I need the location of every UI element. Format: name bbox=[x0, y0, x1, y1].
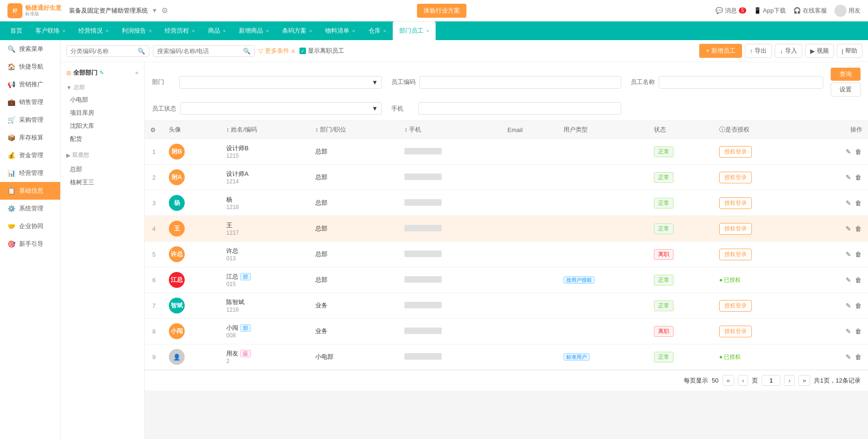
sidebar-item-system[interactable]: ⚙️系统管理 bbox=[0, 200, 60, 217]
tab-customer[interactable]: 客户联络 × bbox=[29, 21, 72, 40]
delete-button[interactable]: 🗑 bbox=[855, 251, 861, 258]
sidebar-item-collab[interactable]: 🤝企业协同 bbox=[0, 217, 60, 235]
edit-button[interactable]: ✎ bbox=[846, 174, 851, 181]
delete-button[interactable]: 🗑 bbox=[855, 302, 861, 309]
edit-button[interactable]: ✎ bbox=[846, 251, 851, 258]
sidebar-item-guide[interactable]: 🎯新手引导 bbox=[0, 235, 60, 253]
dept-item-zongbu[interactable]: 总部 bbox=[61, 163, 144, 176]
last-page-button[interactable]: » bbox=[799, 375, 810, 386]
close-icon[interactable]: × bbox=[192, 21, 194, 40]
sidebar-item-nav[interactable]: 🏠快捷导航 bbox=[0, 58, 60, 76]
dept-item-xiaodian[interactable]: 小电部 bbox=[61, 93, 144, 106]
close-icon-active[interactable]: × bbox=[426, 21, 429, 40]
import-button[interactable]: ↓ 导入 bbox=[775, 44, 802, 58]
delete-button[interactable]: 🗑 bbox=[855, 353, 861, 361]
help-button[interactable]: | 帮助 bbox=[837, 44, 862, 58]
sidebar-item-marketing[interactable]: 📢营销推广 bbox=[0, 76, 60, 93]
empname-filter-input[interactable] bbox=[659, 76, 823, 89]
tab-bom[interactable]: 物料清单 × bbox=[319, 21, 361, 40]
delete-button[interactable]: 🗑 bbox=[855, 276, 861, 284]
prev-page-button[interactable]: ‹ bbox=[738, 375, 748, 386]
edit-button[interactable]: ✎ bbox=[846, 148, 851, 155]
auth-button[interactable]: 授权登录 bbox=[719, 249, 752, 260]
app-download-item[interactable]: 📱 App下载 bbox=[754, 7, 786, 15]
tab-operations[interactable]: 经营情况 × bbox=[72, 21, 115, 40]
edit-button[interactable]: ✎ bbox=[846, 199, 851, 207]
close-icon[interactable]: × bbox=[383, 21, 386, 40]
phone-filter-input[interactable] bbox=[418, 102, 621, 115]
status-filter-select[interactable]: ▼ bbox=[180, 102, 382, 115]
delete-button[interactable]: 🗑 bbox=[855, 174, 861, 181]
sidebar-item-search[interactable]: 🔍搜索菜单 bbox=[0, 40, 60, 58]
delete-button[interactable]: 🗑 bbox=[855, 225, 861, 232]
more-filter-btn[interactable]: ▽ 更多条件 ∧ bbox=[258, 47, 296, 55]
dept-shuanglu-label[interactable]: ▶ 双鹿想 bbox=[61, 149, 144, 161]
edit-button[interactable]: ✎ bbox=[846, 353, 851, 361]
employee-search-input[interactable] bbox=[157, 48, 241, 55]
sidebar-item-sales[interactable]: 💼销售管理 bbox=[0, 93, 60, 111]
sidebar-item-basic[interactable]: 📋基础信息 bbox=[0, 182, 60, 200]
dept-item-zhishu[interactable]: 植树王三 bbox=[61, 176, 144, 189]
auth-button[interactable]: 授权登录 bbox=[719, 326, 752, 337]
dept-item-project[interactable]: 项目库房 bbox=[61, 106, 144, 119]
tab-profit[interactable]: 利润报告 × bbox=[115, 21, 158, 40]
search-button[interactable]: 查询 bbox=[831, 68, 861, 81]
close-icon[interactable]: × bbox=[352, 21, 355, 40]
col-dept[interactable]: ↕ 部门/职位 bbox=[310, 121, 399, 139]
edit-button[interactable]: ✎ bbox=[846, 276, 851, 284]
dropdown-icon[interactable]: ▼ bbox=[152, 7, 158, 14]
auth-button[interactable]: 授权登录 bbox=[719, 197, 752, 209]
dept-item-shenyang[interactable]: 沈阳大库 bbox=[61, 119, 144, 132]
online-service-item[interactable]: 🎧 在线客服 bbox=[793, 7, 827, 15]
tab-home[interactable]: 首页 bbox=[4, 21, 29, 40]
edit-button[interactable]: ✎ bbox=[846, 225, 851, 232]
sidebar-item-operation[interactable]: 📊经营管理 bbox=[0, 164, 60, 182]
close-icon[interactable]: × bbox=[149, 21, 152, 40]
sidebar-item-finance[interactable]: 💰资金管理 bbox=[0, 146, 60, 164]
col-phone[interactable]: ↕ 手机 bbox=[399, 121, 502, 139]
auth-button[interactable]: 授权登录 bbox=[719, 146, 752, 158]
delete-button[interactable]: 🗑 bbox=[855, 328, 861, 335]
message-item[interactable]: 💬 消息 5 bbox=[715, 7, 746, 15]
search-box[interactable]: 🔍 bbox=[66, 45, 149, 57]
user-item[interactable]: 用友 bbox=[834, 5, 861, 17]
edit-button[interactable]: ✎ bbox=[846, 328, 851, 335]
trial-button[interactable]: 体验行业方案 bbox=[417, 4, 466, 18]
collapse-icon[interactable]: « bbox=[135, 70, 139, 76]
close-icon[interactable]: × bbox=[309, 21, 312, 40]
all-dept-label[interactable]: 全部部门 bbox=[73, 69, 97, 77]
close-icon[interactable]: × bbox=[223, 21, 226, 40]
close-icon[interactable]: × bbox=[105, 21, 108, 40]
employee-search-box[interactable]: 🔍 bbox=[153, 45, 255, 57]
close-icon[interactable]: × bbox=[62, 21, 65, 40]
set-button[interactable]: 设置 bbox=[831, 83, 861, 97]
tab-department[interactable]: 部门员工 × bbox=[393, 21, 436, 40]
edit-dept-icon[interactable]: ✎ bbox=[99, 70, 104, 76]
sidebar-item-purchase[interactable]: 🛒采购管理 bbox=[0, 111, 60, 129]
col-name[interactable]: ↕ 姓名/编码 bbox=[221, 121, 310, 139]
video-button[interactable]: ▶ 视频 bbox=[805, 44, 834, 58]
close-icon[interactable]: × bbox=[266, 21, 269, 40]
delete-button[interactable]: 🗑 bbox=[855, 199, 861, 207]
tab-new-goods[interactable]: 新增商品 × bbox=[232, 21, 275, 40]
tab-barcode[interactable]: 条码方案 × bbox=[276, 21, 319, 40]
edit-button[interactable]: ✎ bbox=[846, 302, 851, 309]
dept-item-peihuo[interactable]: 配货 bbox=[61, 132, 144, 146]
auth-button[interactable]: 授权登录 bbox=[719, 172, 752, 183]
auth-button[interactable]: 授权登录 bbox=[719, 300, 752, 312]
search-icon-btn[interactable]: 🔍 bbox=[138, 48, 145, 55]
col-settings[interactable]: ⚙ bbox=[145, 121, 163, 139]
tab-goods[interactable]: 商品 × bbox=[201, 21, 232, 40]
page-number-input[interactable] bbox=[762, 375, 780, 386]
export-button[interactable]: ↑ 导出 bbox=[745, 44, 772, 58]
next-page-button[interactable]: › bbox=[784, 375, 794, 386]
tab-warehouse[interactable]: 仓库 × bbox=[362, 21, 393, 40]
show-resigned-toggle[interactable]: ✓ 显示离职员工 bbox=[299, 47, 344, 55]
auth-button[interactable]: 授权登录 bbox=[719, 223, 752, 235]
employee-search-icon[interactable]: 🔍 bbox=[243, 48, 250, 55]
search-input[interactable] bbox=[70, 48, 136, 55]
empcode-filter-input[interactable] bbox=[419, 76, 621, 89]
tab-history[interactable]: 经营历程 × bbox=[158, 21, 201, 40]
delete-button[interactable]: 🗑 bbox=[855, 148, 861, 155]
settings-icon[interactable]: ⚙ bbox=[161, 6, 168, 15]
